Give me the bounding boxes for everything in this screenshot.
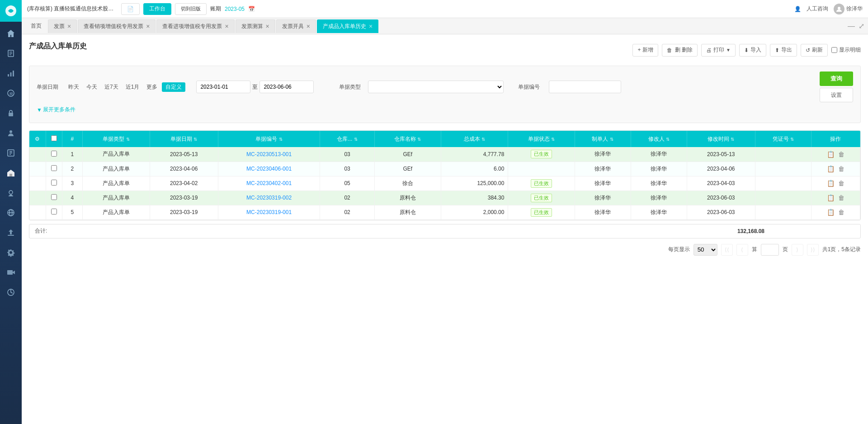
date-end-input[interactable] bbox=[259, 81, 314, 93]
tab-check-sales-vat[interactable]: 查看销项增值税专用发票 × bbox=[78, 19, 156, 33]
shortcut-more[interactable]: 更多 bbox=[144, 82, 160, 92]
edit-btn[interactable]: 📋 bbox=[827, 151, 835, 158]
delete-row-btn[interactable]: 🗑 bbox=[838, 194, 844, 201]
cell-doc-no[interactable]: MC-20230319-002 bbox=[218, 191, 320, 205]
row-checkbox[interactable] bbox=[51, 209, 57, 214]
delete-row-btn[interactable]: 🗑 bbox=[838, 151, 844, 158]
row-checkbox[interactable] bbox=[51, 165, 57, 171]
cell-doc-no[interactable]: MC-20230513-001 bbox=[218, 147, 320, 162]
cell-checkbox[interactable] bbox=[46, 176, 62, 191]
maximize-btn[interactable]: ⤢ bbox=[859, 22, 864, 30]
delete-row-btn[interactable]: 🗑 bbox=[838, 165, 844, 172]
page-input[interactable]: 1 bbox=[761, 244, 779, 256]
import-btn[interactable]: ⬇ 导入 bbox=[739, 44, 766, 57]
col-total-cost[interactable]: 总成本 ⇅ bbox=[441, 131, 508, 147]
prev-page-btn[interactable]: ⟨ bbox=[736, 244, 748, 256]
export-btn[interactable]: ⬆ 导出 bbox=[770, 44, 797, 57]
shortcut-custom[interactable]: 自定义 bbox=[162, 82, 185, 92]
cell-doc-no[interactable]: MC-20230319-001 bbox=[218, 205, 320, 219]
sort-icon-doc-status[interactable]: ⇅ bbox=[551, 137, 555, 142]
tab-invoice[interactable]: 发票 × bbox=[48, 19, 77, 33]
col-voucher-no[interactable]: 凭证号 ⇅ bbox=[755, 131, 811, 147]
calendar-icon[interactable]: 📅 bbox=[248, 6, 255, 12]
delete-row-btn[interactable]: 🗑 bbox=[838, 180, 844, 187]
col-warehouse-name[interactable]: 仓库名称 ⇅ bbox=[374, 131, 441, 147]
sidebar-item-globe[interactable] bbox=[0, 203, 22, 223]
query-btn[interactable]: 查询 bbox=[820, 71, 853, 86]
sort-icon-warehouse-code[interactable]: ⇅ bbox=[354, 137, 358, 142]
minimize-btn[interactable]: — bbox=[848, 22, 855, 30]
sidebar-item-analytics[interactable] bbox=[0, 63, 22, 83]
cell-checkbox[interactable] bbox=[46, 205, 62, 219]
switch-btn[interactable]: 切到旧版 bbox=[175, 3, 207, 15]
col-settings[interactable]: ⚙ bbox=[29, 131, 46, 147]
sidebar-item-video[interactable] bbox=[0, 262, 22, 282]
new-btn[interactable]: + 新增 bbox=[632, 44, 658, 57]
col-checkbox[interactable] bbox=[46, 131, 62, 147]
edit-btn[interactable]: 📋 bbox=[827, 209, 835, 216]
cell-checkbox[interactable] bbox=[46, 147, 62, 162]
col-doc-no[interactable]: 单据编号 ⇅ bbox=[218, 131, 320, 147]
col-modify-time[interactable]: 修改时间 ⇅ bbox=[687, 131, 755, 147]
service-label[interactable]: 人工咨询 bbox=[807, 5, 828, 13]
expand-filter-btn[interactable]: ▼ 展开更多条件 bbox=[37, 106, 75, 114]
tab-product-history-close[interactable]: × bbox=[369, 23, 373, 29]
tab-home[interactable]: 首页 bbox=[25, 19, 47, 33]
print-dropdown-icon[interactable]: ▼ bbox=[726, 48, 731, 52]
shortcut-today[interactable]: 今天 bbox=[84, 82, 100, 92]
sidebar-item-warehouse[interactable] bbox=[0, 163, 22, 183]
sidebar-item-lock[interactable] bbox=[0, 103, 22, 123]
col-creator[interactable]: 制单人 ⇅ bbox=[575, 131, 631, 147]
doc-no-input[interactable] bbox=[549, 81, 621, 93]
tab-check-purchase-vat-close[interactable]: × bbox=[225, 23, 228, 29]
edit-btn[interactable]: 📋 bbox=[827, 165, 835, 172]
sort-icon-modifier[interactable]: ⇅ bbox=[666, 137, 670, 142]
sidebar-item-tax[interactable]: 税 bbox=[0, 83, 22, 103]
edit-btn[interactable]: 📋 bbox=[827, 194, 835, 201]
cell-checkbox[interactable] bbox=[46, 162, 62, 176]
sidebar-item-people[interactable] bbox=[0, 123, 22, 143]
date-start-input[interactable] bbox=[196, 81, 250, 93]
next-page-btn[interactable]: ⟩ bbox=[792, 244, 803, 256]
delete-row-btn[interactable]: 🗑 bbox=[838, 209, 844, 216]
tab-check-sales-vat-close[interactable]: × bbox=[146, 23, 150, 29]
sidebar-item-report[interactable] bbox=[0, 143, 22, 163]
refresh-btn[interactable]: ↺ 刷新 bbox=[801, 44, 828, 57]
sort-icon-warehouse-name[interactable]: ⇅ bbox=[417, 137, 421, 142]
tab-invoice-calc-close[interactable]: × bbox=[266, 23, 269, 29]
sidebar-item-home[interactable] bbox=[0, 24, 22, 43]
sort-icon-modify-time[interactable]: ⇅ bbox=[731, 137, 734, 142]
cell-doc-no[interactable]: MC-20230406-001 bbox=[218, 162, 320, 176]
col-doc-status[interactable]: 单据状态 ⇅ bbox=[508, 131, 575, 147]
tab-invoice-close[interactable]: × bbox=[67, 23, 71, 29]
app-logo[interactable] bbox=[0, 0, 22, 22]
row-checkbox[interactable] bbox=[51, 180, 57, 186]
sort-icon-total-cost[interactable]: ⇅ bbox=[481, 137, 485, 142]
sort-icon-doc-type[interactable]: ⇅ bbox=[126, 137, 130, 142]
tab-check-purchase-vat[interactable]: 查看进项增值税专用发票 × bbox=[156, 19, 234, 33]
row-checkbox[interactable] bbox=[51, 151, 57, 157]
col-doc-type[interactable]: 单据类型 ⇅ bbox=[83, 131, 150, 147]
print-btn[interactable]: 🖨 打印 ▼ bbox=[701, 44, 736, 57]
col-warehouse-code[interactable]: 仓库... ⇅ bbox=[320, 131, 374, 147]
cell-checkbox[interactable] bbox=[46, 191, 62, 205]
tab-invoice-issue-close[interactable]: × bbox=[307, 23, 310, 29]
sidebar-item-upload[interactable] bbox=[0, 223, 22, 243]
shortcut-7days[interactable]: 近7天 bbox=[102, 82, 121, 92]
doc-type-select[interactable] bbox=[368, 81, 504, 93]
sidebar-item-version[interactable] bbox=[0, 282, 22, 302]
tab-invoice-calc[interactable]: 发票测算 × bbox=[236, 19, 275, 33]
sidebar-item-settings[interactable] bbox=[0, 243, 22, 262]
edit-btn[interactable]: 📋 bbox=[827, 180, 835, 187]
col-doc-date[interactable]: 单据日期 ⇅ bbox=[150, 131, 218, 147]
cell-doc-no[interactable]: MC-20230402-001 bbox=[218, 176, 320, 191]
row-checkbox[interactable] bbox=[51, 194, 57, 200]
tab-invoice-issue[interactable]: 发票开具 × bbox=[276, 19, 316, 33]
show-detail-checkbox[interactable] bbox=[831, 47, 837, 53]
delete-btn[interactable]: 🗑 删 删除 bbox=[662, 44, 698, 57]
col-modifier[interactable]: 修改人 ⇅ bbox=[631, 131, 687, 147]
sort-icon-creator[interactable]: ⇅ bbox=[610, 137, 613, 142]
workbench-btn[interactable]: 工作台 bbox=[143, 3, 171, 15]
doc-icon-btn[interactable]: 📄 bbox=[121, 3, 140, 15]
sidebar-item-invoice[interactable] bbox=[0, 43, 22, 63]
